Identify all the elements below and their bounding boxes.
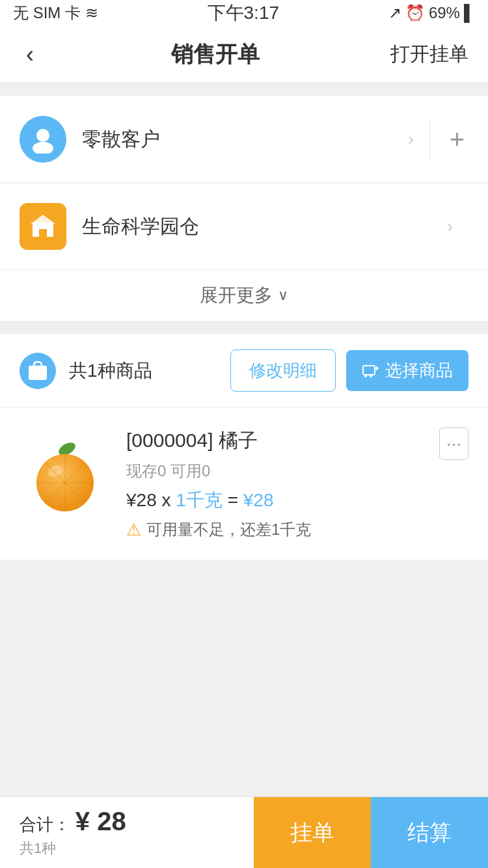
svg-point-0: [36, 129, 49, 142]
svg-rect-4: [39, 229, 47, 237]
product-price-row: ¥28 x 1千克 = ¥28: [126, 488, 439, 513]
warning-icon: ⚠: [126, 520, 141, 540]
battery-level: 69%: [429, 4, 460, 22]
warehouse-row[interactable]: 生命科学园仓 ›: [0, 183, 488, 269]
expand-more-button[interactable]: 展开更多 ∨: [0, 269, 488, 321]
svg-rect-6: [363, 366, 375, 375]
warehouse-name: 生命科学园仓: [82, 213, 447, 240]
product-warning: ⚠ 可用量不足，还差1千克: [126, 519, 439, 540]
status-bar: 无 SIM 卡 ≋ 下午3:17 ↗ ⏰ 69% ▌: [0, 0, 488, 26]
user-icon: [29, 125, 57, 154]
orange-illustration: [23, 431, 107, 515]
product-price: ¥28: [126, 490, 157, 510]
page-title: 销售开单: [171, 40, 260, 70]
product-image: [20, 427, 111, 519]
add-customer-button[interactable]: +: [429, 120, 468, 159]
svg-point-10: [370, 375, 372, 377]
total-label: 合计：: [20, 815, 70, 834]
total-count: 共1种: [20, 839, 234, 858]
total-section: 合计： ¥ 28 共1种: [0, 807, 254, 858]
hang-order-button[interactable]: 挂单: [254, 797, 371, 869]
cart-add-icon: [362, 362, 380, 380]
product-section: 共1种商品 修改明细 选择商品: [0, 334, 488, 560]
svg-point-1: [33, 142, 53, 154]
warehouse-icon: [20, 203, 66, 250]
product-count-icon: [20, 353, 56, 389]
status-time: 下午3:17: [208, 1, 280, 25]
status-right: ↗ ⏰ 69% ▌: [388, 4, 475, 22]
edit-detail-button[interactable]: 修改明细: [230, 349, 336, 392]
svg-rect-5: [29, 366, 47, 380]
multiply-symbol: x: [162, 490, 176, 510]
customer-row[interactable]: 零散客户 › +: [0, 96, 488, 183]
location-icon: ↗: [388, 4, 401, 22]
customer-name: 零散客户: [82, 126, 408, 153]
equals-symbol: =: [228, 490, 243, 510]
customer-avatar: [20, 116, 66, 163]
select-product-label: 选择商品: [385, 359, 453, 382]
product-quantity: 1千克: [176, 490, 223, 510]
svg-marker-3: [31, 215, 55, 224]
product-count-text: 共1种商品: [69, 359, 230, 383]
product-item: [0000004] 橘子 现存0 可用0 ¥28 x 1千克 = ¥28 ⚠ 可…: [0, 408, 488, 560]
expand-arrow-icon: ∨: [278, 287, 288, 304]
open-pending-button[interactable]: 打开挂单: [390, 41, 468, 68]
sim-status: 无 SIM 卡 ≋: [13, 3, 98, 23]
product-header: 共1种商品 修改明细 选择商品: [0, 334, 488, 408]
svg-point-9: [364, 375, 367, 377]
expand-more-label: 展开更多: [200, 283, 273, 308]
more-options-button[interactable]: ···: [439, 427, 468, 460]
product-stock: 现存0 可用0: [126, 461, 439, 481]
warehouse-chevron-icon: ›: [447, 216, 453, 237]
product-details: [0000004] 橘子 现存0 可用0 ¥28 x 1千克 = ¥28 ⚠ 可…: [126, 427, 439, 540]
checkout-button[interactable]: 结算: [371, 797, 488, 869]
top-divider: [0, 83, 488, 96]
shopping-bag-icon: [26, 359, 49, 383]
nav-bar: ‹ 销售开单 打开挂单: [0, 26, 488, 83]
chevron-right-icon: ›: [408, 129, 414, 150]
battery-icon: ▌: [464, 4, 475, 22]
back-button[interactable]: ‹: [20, 34, 40, 75]
store-icon: [29, 212, 57, 241]
product-name: [0000004] 橘子: [126, 427, 439, 454]
alarm-icon: ⏰: [405, 4, 425, 22]
total-amount: ¥ 28: [75, 807, 126, 835]
product-total: ¥28: [243, 490, 274, 510]
status-left: 无 SIM 卡 ≋: [13, 3, 98, 23]
warning-text: 可用量不足，还差1千克: [146, 519, 311, 540]
total-row: 合计： ¥ 28: [20, 807, 234, 836]
select-product-button[interactable]: 选择商品: [346, 350, 468, 391]
bottom-bar: 合计： ¥ 28 共1种 挂单 结算: [0, 796, 488, 868]
